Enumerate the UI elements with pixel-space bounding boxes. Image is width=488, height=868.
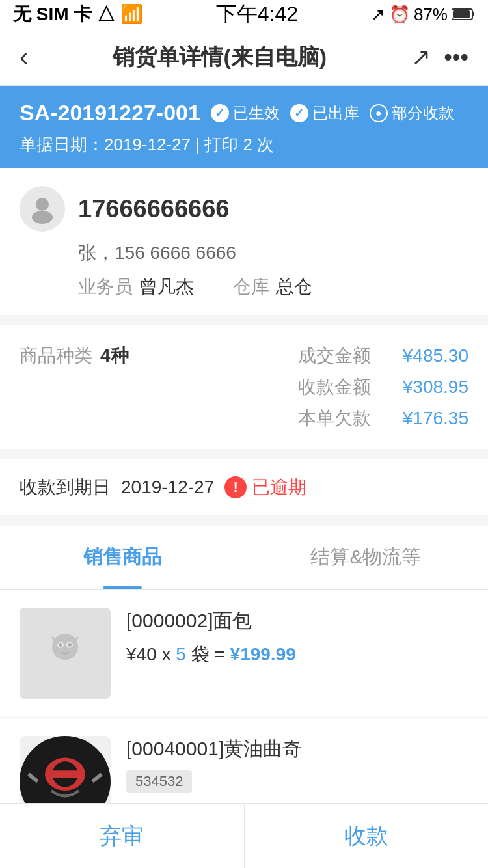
svg-rect-13	[45, 770, 85, 778]
overdue-icon: !	[224, 476, 247, 498]
customer-section: 17666666666 张，156 6666 6666 业务员 曾凡杰 仓库 总…	[0, 168, 488, 315]
svg-point-8	[59, 643, 62, 647]
back-button[interactable]: ‹	[20, 42, 28, 72]
svg-point-5	[52, 634, 78, 660]
svg-rect-1	[472, 12, 474, 16]
share-icon[interactable]: ↗︎	[411, 44, 431, 71]
amount-label: 成交金额	[298, 344, 371, 368]
product-info-1: [0000002]面包 ¥40 x 5 袋 = ¥199.99	[126, 608, 468, 667]
sales-value: 曾凡杰	[139, 275, 194, 299]
nav-actions: ↗︎ •••	[411, 44, 468, 71]
avatar	[20, 186, 65, 232]
customer-phone: 17666666666	[78, 195, 229, 223]
clock-icon: ●	[370, 104, 388, 122]
bottom-bar: 弃审 收款	[0, 803, 488, 868]
summary-amounts: 成交金额 ¥485.30 收款金额 ¥308.95 本单欠款 ¥176.35	[298, 344, 468, 431]
product-total-1: ¥199.99	[230, 644, 296, 664]
product-name-1: [0000002]面包	[126, 608, 468, 634]
payment-button[interactable]: 收款	[245, 804, 489, 868]
customer-contact: 张，156 6666 6666	[20, 241, 468, 265]
svg-rect-2	[453, 10, 470, 18]
status-network: 无 SIM 卡 △ 📶	[13, 2, 143, 27]
status-time: 下午4:42	[216, 0, 298, 29]
order-id: SA-20191227-001	[20, 100, 200, 126]
due-date: 2019-12-27	[121, 477, 214, 498]
product-tag-2: 534532	[126, 770, 192, 793]
product-name-2: [00040001]黄油曲奇	[126, 736, 468, 763]
cancel-audit-button[interactable]: 弃审	[0, 804, 245, 868]
order-sub-info: 单据日期：2019-12-27 | 打印 2 次	[20, 133, 468, 156]
check-icon-1: ✓	[211, 104, 229, 122]
received-value: ¥308.95	[384, 377, 468, 398]
due-label: 收款到期日	[20, 475, 111, 500]
nav-bar: ‹ 销货单详情(来自电脑) ↗︎ •••	[0, 29, 488, 86]
svg-point-3	[36, 198, 49, 211]
warehouse-value: 总仓	[276, 275, 312, 299]
tab-products[interactable]: 销售商品	[0, 526, 244, 589]
amount-value: ¥485.30	[384, 346, 468, 366]
type-value: 4种	[100, 344, 129, 368]
badge-active: ✓ 已生效	[211, 103, 280, 124]
overdue-text: 已逾期	[252, 475, 306, 500]
tabs-header: 销售商品 结算&物流等	[0, 526, 488, 590]
badge-shipped: ✓ 已出库	[290, 103, 359, 124]
product-thumbnail-1	[20, 608, 111, 699]
product-price-1: ¥40 x 5 袋 = ¥199.99	[126, 642, 468, 667]
page-title: 销货单详情(来自电脑)	[113, 42, 327, 72]
check-icon-2: ✓	[290, 104, 308, 122]
debt-label: 本单欠款	[298, 406, 371, 431]
tab-settlement[interactable]: 结算&物流等	[244, 526, 488, 589]
warehouse-label: 仓库	[233, 275, 269, 299]
product-qty-1: 5	[176, 644, 186, 664]
order-header: SA-20191227-001 ✓ 已生效 ✓ 已出库 ● 部分收款 单据日期：…	[0, 86, 488, 168]
alarm-icon: ⏰	[389, 5, 410, 25]
summary-section: 商品种类 4种 成交金额 ¥485.30 收款金额 ¥308.95 本单欠款 ¥…	[0, 325, 488, 449]
overdue-badge: ! 已逾期	[224, 475, 306, 500]
sales-label: 业务员	[78, 275, 133, 299]
customer-meta: 业务员 曾凡杰 仓库 总仓	[20, 275, 468, 299]
debt-value: ¥176.35	[384, 408, 468, 429]
battery-percent: 87%	[414, 5, 448, 25]
due-section: 收款到期日 2019-12-27 ! 已逾期	[0, 459, 488, 515]
status-bar: 无 SIM 卡 △ 📶 下午4:42 ↗ ⏰ 87%	[0, 0, 488, 29]
svg-point-9	[68, 643, 72, 647]
type-label: 商品种类	[20, 344, 92, 368]
tabs-section: 销售商品 结算&物流等	[0, 526, 488, 846]
battery-icon	[452, 8, 475, 21]
received-label: 收款金额	[298, 375, 371, 400]
more-icon[interactable]: •••	[444, 44, 468, 71]
location-icon: ↗	[371, 5, 385, 25]
product-item: [0000002]面包 ¥40 x 5 袋 = ¥199.99	[0, 590, 488, 718]
svg-point-4	[32, 211, 53, 224]
status-battery: ↗ ⏰ 87%	[371, 5, 475, 25]
badge-partial: ● 部分收款	[370, 103, 454, 124]
